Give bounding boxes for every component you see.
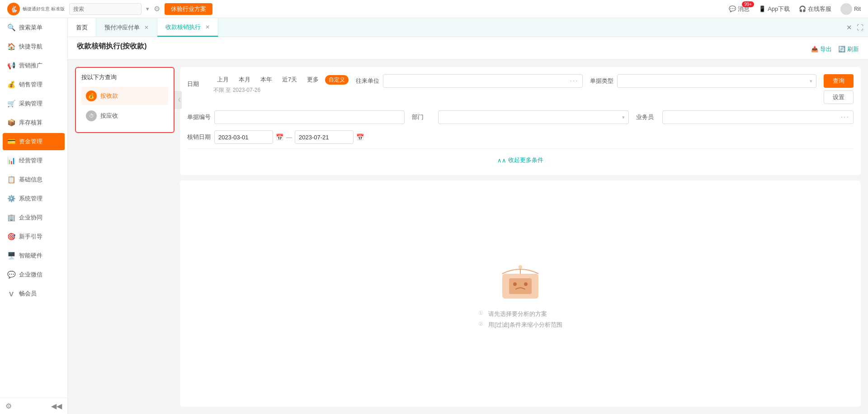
sidebar-item-label: 企业微信 [19,271,42,279]
sidebar-item-label: 畅会员 [19,290,37,298]
gear-icon[interactable]: ⚙ [154,5,160,13]
sidebar-item-member[interactable]: V 畅会员 [0,284,67,303]
message-btn[interactable]: 💬 消息 99+ [729,5,750,13]
sidebar-item-wechat[interactable]: 💬 企业微信 [0,265,67,284]
verify-start-calendar-icon[interactable]: 📅 [276,133,283,141]
verify-end-calendar-icon[interactable]: 📅 [356,133,364,141]
filter-collapse-btn[interactable]: 《 [175,91,182,109]
counterpart-dots[interactable]: ··· [570,77,578,85]
refresh-btn[interactable]: 🔄 刷新 [838,45,859,53]
tab-prepay[interactable]: 预付冲应付单 ✕ [96,18,157,37]
sidebar-item-business[interactable]: 📊 经营管理 [0,151,67,170]
sidebar-item-label: 新手引导 [19,233,42,241]
sidebar-item-basic-info[interactable]: 📋 基础信息 [0,170,67,189]
top-bar-left: 🐇 畅捷通好生意 标准版 ▾ ⚙ 休验行业方案 [7,3,212,15]
online-service-btn[interactable]: 🎧 在线客服 [799,5,831,13]
empty-state: ① 请先选择要分析的方案 ② 用[过滤]条件来缩小分析范围 [180,181,861,407]
dept-select[interactable]: ▾ [438,110,629,124]
verify-start-input[interactable] [214,130,273,144]
quick-date-this-month[interactable]: 本月 [235,74,254,85]
tab-home[interactable]: 首页 [68,18,96,37]
svg-point-3 [524,282,528,286]
collapse-sidebar-icon[interactable]: ◀◀ [51,402,62,410]
bill-no-input[interactable] [214,110,405,124]
quick-date-this-year[interactable]: 本年 [257,74,276,85]
dropdown-icon[interactable]: ▾ [146,5,149,12]
user-area[interactable]: Rit [840,3,861,15]
sidebar-item-purchase[interactable]: 🛒 采购管理 [0,94,67,113]
sidebar-item-system[interactable]: ⚙️ 系统管理 [0,189,67,208]
verify-end-input[interactable] [295,130,354,144]
tab-prepay-close[interactable]: ✕ [144,24,149,31]
empty-hint-2-text: 用[过滤]条件来缩小分析范围 [488,321,562,329]
brand-icon: 🐇 [7,3,20,15]
app-download-btn[interactable]: 📱 App下载 [759,5,790,13]
system-icon: ⚙️ [7,195,15,203]
sidebar-item-label: 库存核算 [19,119,42,127]
staff-dots[interactable]: ··· [841,113,849,121]
staff-field: 业务员 ··· [636,110,854,124]
empty-hint-1: ① 请先选择要分析的方案 [478,310,562,318]
bill-type-select[interactable]: ▾ [617,74,816,88]
staff-input[interactable]: ··· [662,110,854,124]
collapse-up-icon: ∧∧ [497,157,506,164]
basic-info-icon: 📋 [7,176,15,184]
dept-arrow: ▾ [622,114,625,120]
search-input[interactable] [69,3,142,15]
query-btn[interactable]: 查询 [824,74,854,88]
custom-date-badge: 自定义 [325,75,349,85]
svg-point-5 [519,265,522,269]
tab-receipt-exec[interactable]: 收款核销执行 ✕ [157,18,218,37]
verify-date-label: 核销日期 [187,133,211,141]
expand-tab-icon[interactable]: ⛶ [857,24,863,31]
sidebar-bottom: ⚙ ◀◀ [0,398,67,414]
sidebar-item-inventory[interactable]: 📦 库存核算 [0,113,67,132]
sidebar-item-sales[interactable]: 💰 销售管理 [0,75,67,94]
top-bar-right: 💬 消息 99+ 📱 App下载 🎧 在线客服 Rit [729,3,861,15]
filter-option-by-receivable[interactable]: ⏱ 按应收 [81,107,168,125]
form-row-2: 单据编号 部门 ▾ 业务员 [187,110,854,124]
sidebar-item-label: 经营管理 [19,157,42,165]
brand-name: 畅捷通好生意 标准版 [23,6,65,12]
sidebar-item-marketing[interactable]: 📢 营销推广 [0,56,67,75]
sidebar-item-label: 基础信息 [19,176,42,184]
member-icon: V [7,290,15,298]
collapse-more-btn[interactable]: ∧∧ 收起更多条件 [497,152,543,168]
tab-home-label: 首页 [76,24,88,32]
sidebar-item-label: 销售管理 [19,81,42,89]
business-icon: 📊 [7,157,15,165]
settings-bottom-icon[interactable]: ⚙ [5,402,12,410]
export-icon: 📤 [811,46,818,52]
tab-receipt-exec-close[interactable]: ✕ [205,24,210,30]
sidebar-item-hardware[interactable]: 🖥️ 智能硬件 [0,246,67,265]
sidebar-item-search-menu[interactable]: 🔍 搜索菜单 [0,18,67,37]
sidebar-item-label: 智能硬件 [19,252,42,260]
counterpart-field: 往来单位 ··· [356,74,582,88]
enterprise-icon: 🏢 [7,214,15,222]
quick-date-7days[interactable]: 近7天 [278,74,301,85]
quick-date-more[interactable]: 更多 [303,74,322,85]
sidebar-item-guide[interactable]: 🎯 新手引导 [0,227,67,246]
message-icon: 💬 [729,5,736,12]
brand: 🐇 畅捷通好生意 标准版 [7,3,65,15]
sidebar-item-quick-nav[interactable]: 🏠 快捷导航 [0,37,67,56]
filter-option-by-receipt[interactable]: 💰 按收款 [81,87,168,105]
left-panel: 按以下方查询 💰 按收款 ⏱ 按应收 《 [75,67,175,407]
quick-date-last-month[interactable]: 上月 [213,74,232,85]
close-tab-icon[interactable]: ✕ [846,24,852,32]
svg-rect-1 [509,278,532,294]
sidebar-item-enterprise[interactable]: 🏢 企业协同 [0,208,67,227]
hardware-icon: 🖥️ [7,252,15,260]
tab-receipt-exec-label: 收款核销执行 [165,23,201,31]
dept-field: 部门 ▾ [412,110,629,124]
tab-bar: 首页 预付冲应付单 ✕ 收款核销执行 ✕ ✕ ⛶ [68,18,868,37]
setting-btn[interactable]: 设置 [824,90,854,104]
export-btn[interactable]: 📤 导出 [811,45,832,53]
sidebar-item-finance[interactable]: 💳 资金管理 [3,133,65,150]
marketing-icon: 📢 [7,62,15,70]
counterpart-input[interactable]: ··· [383,74,582,88]
empty-illustration [493,256,547,301]
by-receivable-icon: ⏱ [86,110,97,121]
top-bar: 🐇 畅捷通好生意 标准版 ▾ ⚙ 休验行业方案 💬 消息 99+ 📱 App下载… [0,0,868,18]
industry-btn[interactable]: 休验行业方案 [165,3,212,15]
